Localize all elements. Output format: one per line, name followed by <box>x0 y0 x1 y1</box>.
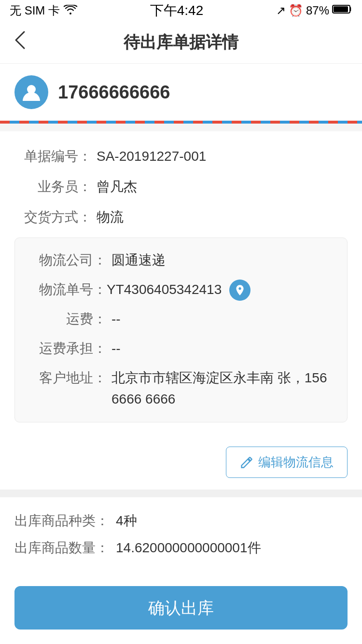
svg-rect-1 <box>334 6 348 12</box>
status-left: 无 SIM 卡 <box>10 3 77 18</box>
freight-bearer-label: 运费承担： <box>29 338 107 360</box>
order-no-value: SA-20191227-001 <box>97 146 348 168</box>
goods-quantity-label: 出库商品数量： <box>14 539 111 557</box>
order-no-row: 单据编号： SA-20191227-001 <box>14 146 348 168</box>
wifi-icon <box>64 4 77 17</box>
logistics-company-row: 物流公司： 圆通速递 <box>29 250 333 271</box>
logistics-tracking-label: 物流单号： <box>29 279 107 301</box>
nav-bar: 待出库单据详情 <box>0 21 362 64</box>
delivery-method-label: 交货方式： <box>14 207 92 228</box>
delivery-method-value: 物流 <box>97 207 348 228</box>
freight-bearer-value: -- <box>111 338 333 360</box>
avatar <box>14 75 48 109</box>
customer-header: 17666666666 <box>0 64 362 121</box>
location-track-button[interactable] <box>229 280 251 301</box>
edit-logistics-button[interactable]: 编辑物流信息 <box>226 447 348 478</box>
freight-label: 运费： <box>29 308 107 330</box>
goods-section: 出库商品种类： 4种 出库商品数量： 14.620000000000001件 <box>0 497 362 572</box>
logistics-company-value: 圆通速递 <box>111 250 333 271</box>
order-info-section: 单据编号： SA-20191227-001 业务员： 曾凡杰 交货方式： 物流 … <box>0 131 362 437</box>
dashed-separator <box>0 121 362 124</box>
location-status-icon: ↗ <box>276 4 286 17</box>
address-row: 客户地址： 北京市市辖区海淀区永丰南 张，156 6666 6666 <box>29 367 333 411</box>
customer-phone: 17666666666 <box>58 82 170 103</box>
address-label: 客户地址： <box>29 367 107 389</box>
carrier-text: 无 SIM 卡 <box>10 3 60 18</box>
address-value: 北京市市辖区海淀区永丰南 张，156 6666 6666 <box>111 367 333 411</box>
freight-bearer-row: 运费承担： -- <box>29 338 333 360</box>
tracking-row: YT4306405342413 <box>107 279 251 301</box>
goods-quantity-row: 出库商品数量： 14.620000000000001件 <box>14 539 348 557</box>
battery-text: 87% <box>306 4 329 17</box>
logistics-company-label: 物流公司： <box>29 250 107 271</box>
status-right: ↗ ⏰ 87% <box>276 4 352 17</box>
tracking-number: YT4306405342413 <box>107 279 222 301</box>
goods-types-label: 出库商品种类： <box>14 512 111 530</box>
edit-logistics-label: 编辑物流信息 <box>258 454 334 471</box>
status-time: 下午4:42 <box>150 1 204 20</box>
confirm-button[interactable]: 确认出库 <box>14 586 348 630</box>
order-no-label: 单据编号： <box>14 146 92 168</box>
status-bar: 无 SIM 卡 下午4:42 ↗ ⏰ 87% <box>0 0 362 21</box>
goods-types-value: 4种 <box>116 512 137 530</box>
section-divider <box>0 490 362 497</box>
goods-types-row: 出库商品种类： 4种 <box>14 512 348 530</box>
edit-logistics-container: 编辑物流信息 <box>0 437 362 490</box>
logistics-card: 物流公司： 圆通速递 物流单号： YT4306405342413 运费： -- <box>14 238 348 422</box>
back-button[interactable] <box>14 31 25 54</box>
delivery-method-row: 交货方式： 物流 <box>14 207 348 228</box>
bottom-bar: 确认出库 <box>0 576 362 644</box>
freight-row: 运费： -- <box>29 308 333 330</box>
logistics-tracking-row: 物流单号： YT4306405342413 <box>29 279 333 301</box>
goods-quantity-value: 14.620000000000001件 <box>116 539 261 557</box>
sales-person-label: 业务员： <box>14 176 92 198</box>
alarm-icon: ⏰ <box>289 4 303 17</box>
sales-person-row: 业务员： 曾凡杰 <box>14 176 348 198</box>
sales-person-value: 曾凡杰 <box>97 176 348 198</box>
freight-value: -- <box>111 308 333 330</box>
battery-icon <box>332 4 352 17</box>
page-title: 待出库单据详情 <box>124 31 238 54</box>
